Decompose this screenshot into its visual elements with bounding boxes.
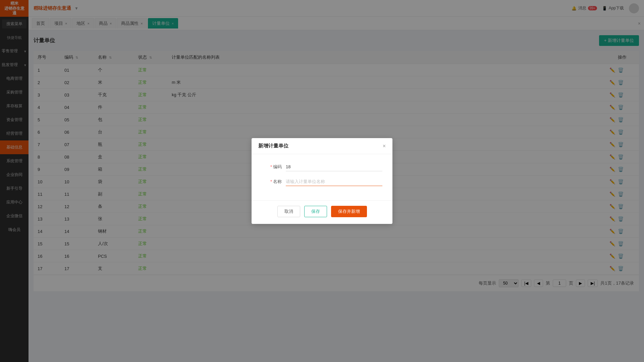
modal-header: 新增计量单位 × xyxy=(252,138,392,154)
form-row-code: *编码 xyxy=(262,163,382,171)
name-input[interactable] xyxy=(286,177,382,186)
cancel-button[interactable]: 取消 xyxy=(277,206,300,217)
modal-title: 新增计量单位 xyxy=(258,143,288,149)
form-row-name: *名称 xyxy=(262,177,382,186)
modal-close-button[interactable]: × xyxy=(383,143,386,149)
modal-overlay: 新增计量单位 × *编码 *名称 取消 保存 保存并新增 xyxy=(0,0,644,362)
name-required-mark: * xyxy=(270,179,272,184)
code-input[interactable] xyxy=(286,163,382,171)
save-button[interactable]: 保存 xyxy=(304,206,327,217)
name-label: *名称 xyxy=(262,179,282,185)
add-unit-modal: 新增计量单位 × *编码 *名称 取消 保存 保存并新增 xyxy=(252,138,392,224)
save-and-new-button[interactable]: 保存并新增 xyxy=(331,206,367,217)
modal-footer: 取消 保存 保存并新增 xyxy=(252,200,392,224)
code-required-mark: * xyxy=(270,164,272,169)
code-label: *编码 xyxy=(262,164,282,170)
modal-body: *编码 *名称 xyxy=(252,154,392,200)
